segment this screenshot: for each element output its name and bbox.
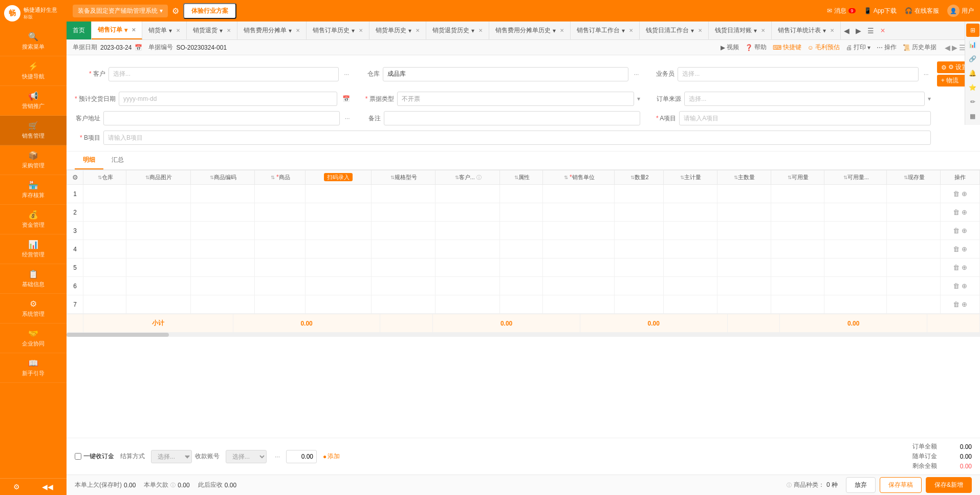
cell-main-unit[interactable]: [663, 185, 717, 203]
cell-main-qty[interactable]: [717, 222, 771, 240]
sidebar-item-sales[interactable]: 🛒 销售管理: [0, 116, 67, 145]
cell-code[interactable]: [190, 277, 254, 295]
more-btn[interactable]: ⋯ 操作: [877, 43, 897, 52]
cell-main-qty[interactable]: [717, 295, 771, 314]
cell-product[interactable]: [255, 185, 306, 203]
tab-order-history[interactable]: 销售订单历史 ▾ ✕: [307, 21, 369, 39]
topbar-settings-icon[interactable]: ⚙: [172, 6, 179, 16]
cell-stock[interactable]: [887, 277, 941, 295]
system-name-selector[interactable]: 装备及固定资产辅助管理系统 ▾: [73, 5, 168, 17]
topbar-message[interactable]: ✉ 消息 9: [827, 7, 856, 15]
cell-code[interactable]: [190, 185, 254, 203]
nav-next-icon[interactable]: ▶: [952, 44, 957, 52]
cell-main-qty[interactable]: [717, 277, 771, 295]
cell-customer-code[interactable]: [435, 240, 500, 259]
cell-main-unit[interactable]: [663, 277, 717, 295]
payment-method-select[interactable]: 选择...: [151, 450, 192, 463]
cell-main-qty[interactable]: [717, 259, 771, 277]
cell-avail[interactable]: [771, 240, 824, 259]
cell-main-unit[interactable]: [663, 259, 717, 277]
cell-spec[interactable]: [371, 203, 435, 222]
close-icon[interactable]: ✕: [478, 28, 483, 33]
right-sidebar-btn-4[interactable]: 🔔: [966, 67, 979, 80]
cell-avail2[interactable]: [824, 259, 887, 277]
tab-daily-workbench[interactable]: 钱货日清工作台 ▾ ✕: [640, 21, 709, 39]
tab-sales-invoice[interactable]: 销货单 ▾ ✕: [142, 21, 187, 39]
cell-spec[interactable]: [371, 295, 435, 314]
delete-row-icon[interactable]: 🗑: [953, 282, 960, 290]
one-key-collect-checkbox[interactable]: 一键收订金: [75, 452, 114, 461]
cell-attr[interactable]: [500, 185, 543, 203]
tab-home[interactable]: 首页: [67, 21, 92, 39]
help-btn[interactable]: ❓ 帮助: [745, 43, 767, 52]
cell-avail[interactable]: [771, 203, 824, 222]
close-icon[interactable]: ✕: [132, 27, 136, 33]
cell-stock[interactable]: [887, 259, 941, 277]
nav-prev-icon[interactable]: ◀: [945, 44, 950, 52]
topbar-service[interactable]: 🎧 在线客服: [905, 7, 939, 15]
delivery-input[interactable]: yyyy-mm-dd: [119, 92, 337, 106]
shortcut-btn[interactable]: ⌨ 快捷键: [773, 43, 801, 52]
delete-row-icon[interactable]: 🗑: [953, 245, 960, 253]
cell-warehouse[interactable]: [83, 203, 126, 222]
close-icon[interactable]: ✕: [296, 28, 300, 33]
cell-attr[interactable]: [500, 240, 543, 259]
sidebar-item-quick-nav[interactable]: ⚡ 快捷导航: [0, 56, 67, 86]
cell-avail[interactable]: [771, 259, 824, 277]
close-icon[interactable]: ✕: [830, 28, 834, 33]
cell-spec[interactable]: [371, 240, 435, 259]
amount-input[interactable]: [286, 450, 317, 463]
tab-next-icon[interactable]: ▶: [853, 27, 864, 35]
cell-product[interactable]: [255, 203, 306, 222]
profit-btn[interactable]: ☺ 毛利预估: [808, 43, 840, 52]
cell-product[interactable]: [255, 222, 306, 240]
sidebar-item-operations[interactable]: 📊 经营管理: [0, 234, 67, 264]
tab-menu-icon[interactable]: ☰: [864, 27, 877, 35]
address-input[interactable]: [103, 111, 340, 125]
cell-main-unit[interactable]: [663, 222, 717, 240]
cell-code[interactable]: [190, 259, 254, 277]
tab-close-all-icon[interactable]: ✕: [877, 27, 888, 34]
invoice-select[interactable]: 不开票: [397, 92, 635, 106]
cell-code[interactable]: [190, 295, 254, 314]
cell-code[interactable]: [190, 203, 254, 222]
print-btn[interactable]: 🖨 打印 ▾: [846, 43, 870, 52]
cell-avail[interactable]: [771, 277, 824, 295]
right-sidebar-btn-1[interactable]: ⊞: [966, 24, 979, 37]
tab-expense-split[interactable]: 销售费用分摊单 ▾ ✕: [237, 21, 307, 39]
staff-input[interactable]: 选择...: [678, 67, 918, 81]
cell-main-qty[interactable]: [717, 240, 771, 259]
tab-expense-history[interactable]: 销售费用分摊单历史 ▾ ✕: [489, 21, 571, 39]
sidebar-item-system[interactable]: ⚙ 系统管理: [0, 294, 67, 324]
cell-attr[interactable]: [500, 259, 543, 277]
b-project-input[interactable]: 请输入B项目: [103, 131, 931, 145]
warehouse-input[interactable]: 成品库: [383, 67, 628, 81]
calendar-icon[interactable]: 📅: [342, 95, 350, 102]
cell-customer-code[interactable]: [435, 222, 500, 240]
cell-unit[interactable]: [543, 277, 615, 295]
copy-row-icon[interactable]: ⊕: [962, 245, 967, 253]
cell-warehouse[interactable]: [83, 222, 126, 240]
sidebar-item-enterprise[interactable]: 🤝 企业协同: [0, 324, 67, 353]
address-ellipsis-icon[interactable]: ···: [345, 115, 350, 122]
solution-button[interactable]: 体验行业方案: [183, 3, 236, 19]
cell-code[interactable]: [190, 222, 254, 240]
right-sidebar-btn-5[interactable]: ⭐: [966, 81, 979, 94]
cell-main-qty[interactable]: [717, 185, 771, 203]
customer-ellipsis-icon[interactable]: ···: [344, 71, 349, 78]
cell-warehouse[interactable]: [83, 259, 126, 277]
save-new-button[interactable]: 保存&新增: [926, 477, 972, 493]
cell-spec[interactable]: [371, 259, 435, 277]
cell-code[interactable]: [190, 240, 254, 259]
delete-row-icon[interactable]: 🗑: [953, 264, 960, 271]
copy-row-icon[interactable]: ⊕: [962, 208, 967, 216]
cell-avail[interactable]: [771, 295, 824, 314]
sidebar-collapse-icon[interactable]: ◀◀: [42, 483, 53, 491]
cell-customer-code[interactable]: [435, 295, 500, 314]
copy-row-icon[interactable]: ⊕: [962, 190, 967, 198]
account-ellipsis-icon[interactable]: ···: [275, 453, 280, 460]
topbar-user[interactable]: 👤 用户: [947, 5, 974, 17]
cell-unit[interactable]: [543, 295, 615, 314]
history-btn[interactable]: 📜 历史单据: [903, 43, 937, 52]
cell-attr[interactable]: [500, 222, 543, 240]
